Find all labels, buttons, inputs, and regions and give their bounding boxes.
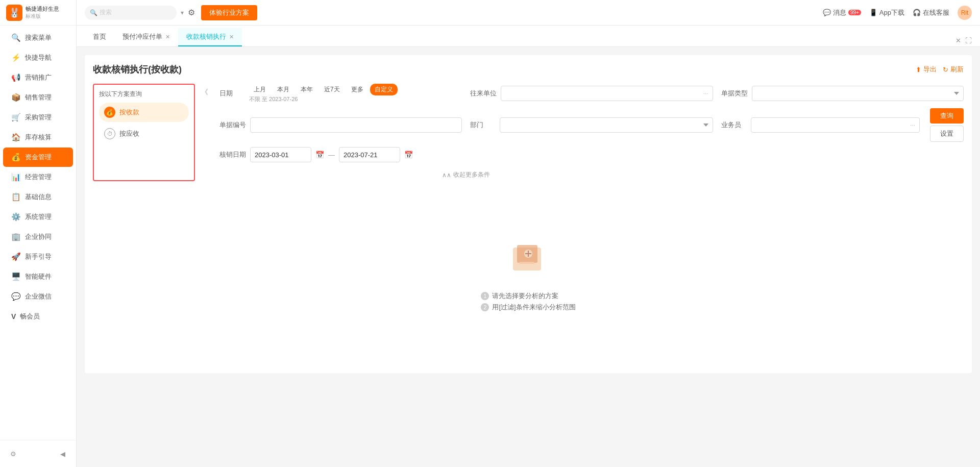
date-label: 日期 [219, 89, 245, 98]
header-search-box[interactable]: 🔍 搜索 [85, 6, 177, 20]
sidebar-item-inventory[interactable]: 🏠 库存核算 [3, 128, 73, 147]
collapse-more-label: 收起更多条件 [453, 170, 490, 179]
sidebar-item-label-enterprise: 企业协同 [25, 232, 52, 241]
service-icon: 🎧 [913, 9, 921, 16]
empty-tip-2: 2 用[过滤]条件来缩小分析范围 [481, 303, 575, 312]
app-download-btn[interactable]: 📱 App下载 [869, 8, 904, 17]
writeoff-date-start[interactable] [250, 147, 311, 162]
header-right: 💬 消息 99+ 📱 App下载 🎧 在线客服 Rit [823, 6, 972, 20]
user-avatar[interactable]: Rit [958, 6, 972, 20]
sidebar-item-quick-nav[interactable]: ⚡ 快捷导航 [3, 48, 73, 67]
date-tag-custom[interactable]: 自定义 [370, 84, 398, 95]
header-gear-icon[interactable]: ⚙ [188, 8, 195, 17]
sidebar-item-member[interactable]: V 畅会员 [3, 307, 73, 326]
export-btn[interactable]: ⬆ 导出 [916, 65, 937, 74]
filter-right: 日期 上月 本月 本年 近7天 更多 自定义 不限 至 [219, 84, 964, 181]
sidebar-item-sales[interactable]: 📦 销售管理 [3, 88, 73, 107]
filter-row-department: 部门 [470, 108, 713, 142]
marketing-icon: 📢 [11, 73, 21, 82]
date-tag-this-year[interactable]: 本年 [296, 84, 317, 95]
writeoff-date-label: 核销日期 [219, 150, 246, 159]
collapse-more-conditions-btn[interactable]: ∧∧ 收起更多条件 [219, 168, 713, 181]
sidebar-item-purchase[interactable]: 🛒 采购管理 [3, 108, 73, 127]
department-select[interactable] [500, 117, 713, 133]
salesperson-label: 业务员 [721, 120, 747, 130]
partner-ellipsis-icon: ··· [703, 90, 708, 97]
chevron-up-icon: ∧∧ [442, 171, 451, 179]
by-receivable-icon: ⏱ [104, 128, 115, 139]
hardware-icon: 🖥️ [11, 272, 21, 281]
sidebar-item-label-guide: 新手引导 [25, 252, 52, 261]
filter-form: 日期 上月 本月 本年 近7天 更多 自定义 不限 至 [219, 84, 964, 181]
search-placeholder-text: 搜索 [100, 8, 112, 17]
partner-label: 往来单位 [470, 89, 497, 98]
message-badge: 99+ [848, 10, 861, 15]
empty-tips: 1 请先选择要分析的方案 2 用[过滤]条件来缩小分析范围 [481, 289, 575, 314]
partner-input[interactable]: ··· [501, 86, 713, 101]
sidebar-item-guide[interactable]: 🚀 新手引导 [3, 247, 73, 266]
sidebar-nav: 🔍 搜索菜单 ⚡ 快捷导航 📢 营销推广 📦 销售管理 🛒 采购管理 🏠 库存核… [0, 26, 76, 440]
salesperson-input[interactable]: ··· [751, 117, 920, 133]
doc-type-select[interactable] [752, 86, 964, 101]
salesperson-ellipsis-icon: ··· [910, 121, 915, 129]
online-service-btn[interactable]: 🎧 在线客服 [913, 8, 949, 17]
writeoff-date-end-calendar-icon[interactable]: 📅 [404, 151, 413, 159]
date-tag-7days[interactable]: 近7天 [320, 84, 345, 95]
app-label: App下载 [879, 8, 904, 17]
sidebar-item-marketing[interactable]: 📢 营销推广 [3, 68, 73, 87]
sidebar-item-label-quick-nav: 快捷导航 [25, 53, 52, 62]
close-prepay-tab-icon[interactable]: ✕ [165, 34, 170, 40]
system-icon: ⚙️ [11, 212, 21, 222]
sidebar-item-basic-info[interactable]: 📋 基础信息 [3, 187, 73, 207]
expand-window-icon[interactable]: ⛶ [965, 37, 972, 44]
sidebar-item-wechat[interactable]: 💬 企业微信 [3, 287, 73, 306]
main-area: 🔍 搜索 ▾ ⚙ 体验行业方案 💬 消息 99+ 📱 App下载 🎧 在线客服 [77, 0, 980, 467]
header-dropdown-icon[interactable]: ▾ [181, 9, 184, 16]
date-tag-last-month[interactable]: 上月 [249, 84, 271, 95]
tab-actions: ✕ ⛶ [955, 37, 972, 46]
sidebar-item-label-finance: 资金管理 [25, 153, 52, 162]
sidebar-item-business[interactable]: 📊 经营管理 [3, 167, 73, 187]
tab-home-label: 首页 [93, 32, 106, 41]
date-sub-text: 不限 至 2023-07-26 [249, 95, 462, 103]
doc-number-input[interactable] [250, 117, 462, 133]
app-name: 畅捷通好生意 [26, 5, 59, 12]
inventory-icon: 🏠 [11, 133, 21, 142]
sidebar-item-enterprise[interactable]: 🏢 企业协同 [3, 227, 73, 247]
date-tag-more[interactable]: 更多 [347, 84, 368, 95]
page-title-actions: ⬆ 导出 ↻ 刷新 [916, 65, 964, 74]
sidebar-item-system[interactable]: ⚙️ 系统管理 [3, 207, 73, 227]
message-label: 消息 [833, 8, 846, 17]
collapse-sidebar-btn[interactable]: ◀ [55, 446, 71, 462]
close-window-icon[interactable]: ✕ [955, 37, 961, 44]
date-tag-this-month[interactable]: 本月 [273, 84, 294, 95]
industry-btn[interactable]: 体验行业方案 [201, 5, 257, 20]
enterprise-icon: 🏢 [11, 232, 21, 241]
writeoff-date-start-calendar-icon[interactable]: 📅 [315, 151, 324, 159]
settings-btn[interactable]: 设置 [930, 126, 964, 142]
tab-receipt-writeoff[interactable]: 收款核销执行 ✕ [178, 28, 242, 46]
empty-state: 1 请先选择要分析的方案 2 用[过滤]条件来缩小分析范围 [93, 181, 964, 365]
collapse-icon: 《 [201, 88, 208, 97]
filter-by-receipt[interactable]: 💰 按收款 [99, 103, 189, 122]
sidebar-item-label-member: 畅会员 [20, 312, 40, 321]
message-btn[interactable]: 💬 消息 99+ [823, 8, 861, 17]
sidebar-item-label-marketing: 营销推广 [25, 73, 52, 82]
settings-footer-btn[interactable]: ⚙ [5, 446, 21, 462]
sidebar-footer: ⚙ ◀ [0, 440, 76, 467]
filter-collapse-btn[interactable]: 《 [201, 84, 213, 181]
refresh-btn[interactable]: ↻ 刷新 [943, 65, 964, 74]
close-receipt-writeoff-tab-icon[interactable]: ✕ [229, 34, 234, 40]
purchase-icon: 🛒 [11, 113, 21, 122]
sidebar-item-finance[interactable]: 💰 资金管理 [3, 148, 73, 167]
tab-home[interactable]: 首页 [85, 28, 114, 46]
filter-date-tags: 上月 本月 本年 近7天 更多 自定义 [249, 84, 462, 95]
sidebar-item-hardware[interactable]: 🖥️ 智能硬件 [3, 267, 73, 286]
tab-prepay[interactable]: 预付冲应付单 ✕ [114, 28, 178, 46]
tip-num-1: 1 [481, 292, 489, 300]
sidebar-item-search-menu[interactable]: 🔍 搜索菜单 [3, 28, 73, 47]
page-title-row: 收款核销执行(按收款) ⬆ 导出 ↻ 刷新 [93, 63, 964, 76]
query-btn[interactable]: 查询 [930, 108, 964, 124]
writeoff-date-end[interactable] [339, 147, 400, 162]
filter-by-receivable[interactable]: ⏱ 按应收 [99, 124, 189, 143]
